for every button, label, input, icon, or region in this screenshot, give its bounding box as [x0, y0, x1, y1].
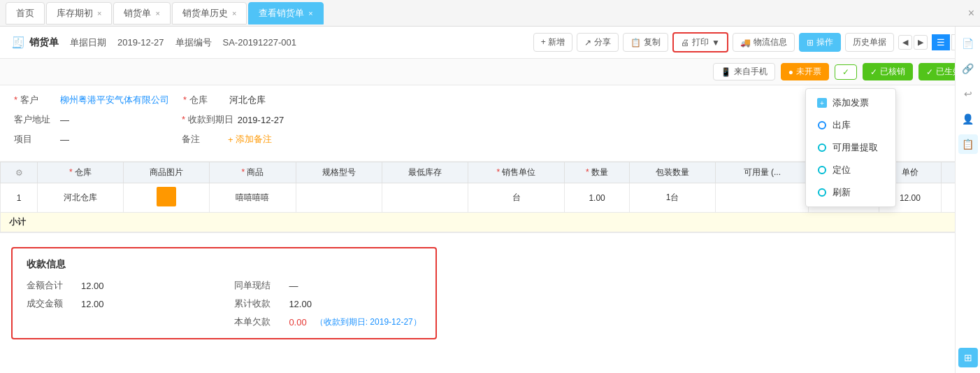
phone-icon: 📱	[721, 67, 731, 77]
subtotal-row: 小计	[1, 213, 980, 232]
cell-sales-unit: 台	[468, 183, 564, 213]
tab-home-label: 首页	[16, 7, 34, 20]
project-label: 项目	[14, 133, 56, 146]
col-available: 可用量 (...	[716, 162, 809, 183]
payment-cumulative-row: 累计收款 12.00	[234, 297, 421, 310]
customer-value[interactable]: 柳州粤港平安气体有限公司	[60, 94, 169, 106]
locate-icon	[817, 165, 827, 175]
note-field: 备注 + 添加备注	[182, 133, 336, 146]
main-content: 🧾 销货单 单据日期 2019-12-27 单据编号 SA-20191227-0…	[0, 27, 980, 373]
add-note-label: 添加备注	[236, 133, 272, 146]
sidebar-icon-link[interactable]: 🔗	[958, 59, 978, 78]
new-button[interactable]: + 新增	[533, 33, 572, 52]
payment-grid: 金额合计 12.00 同单现结 — 成交金额 12.00 累计收款 12.00	[27, 279, 421, 328]
tab-sales-history[interactable]: 销货单历史 ×	[172, 2, 247, 24]
copy-button[interactable]: 📋 复制	[623, 33, 668, 52]
print-button[interactable]: 🖨 打印 ▼	[672, 32, 728, 52]
sidebar-expand-button[interactable]: ⊞	[958, 348, 978, 367]
from-phone-label: 来自手机	[734, 66, 768, 78]
cancelled-button[interactable]: ✓ 已核销	[863, 63, 913, 80]
tab-inventory-init-close[interactable]: ×	[97, 9, 101, 17]
close-all-button[interactable]: ×	[968, 7, 974, 20]
payment-section: 收款信息 金额合计 12.00 同单现结 — 成交金额 12.00 累计收款 1…	[0, 233, 980, 353]
warehouse-label: 仓库	[183, 94, 225, 106]
sidebar-icon-doc[interactable]: 📄	[958, 34, 978, 53]
doc-title-icon: 🧾	[11, 36, 25, 49]
list-view-button[interactable]: ☰	[932, 34, 950, 50]
tab-view-sales-label: 查看销货单	[259, 7, 304, 20]
from-phone-button[interactable]: 📱 来自手机	[713, 63, 775, 80]
plus-icon: +	[228, 134, 233, 145]
share-button[interactable]: ↗ 分享	[577, 33, 619, 52]
logistics-button[interactable]: 🚚 物流信息	[733, 33, 795, 52]
payment-transaction-value: 12.00	[81, 299, 104, 309]
payment-total-row: 金额合计 12.00	[27, 279, 213, 292]
share-label: 分享	[594, 36, 611, 48]
payment-same-order-row: 同单现结 —	[234, 279, 421, 292]
print-label: 打印	[692, 36, 709, 48]
doc-title: 🧾 销货单	[11, 36, 59, 49]
customer-label: 客户	[14, 94, 56, 106]
outbound-icon	[817, 120, 827, 130]
dropdown-outbound[interactable]: 出库	[806, 114, 895, 136]
cell-product-img	[124, 183, 210, 213]
tab-sales-order-label: 销货单	[124, 7, 151, 20]
due-date-label: 收款到期日	[182, 113, 233, 126]
tab-sales-order[interactable]: 销货单 ×	[113, 2, 170, 24]
tab-bar: 首页 库存期初 × 销货单 × 销货单历史 × 查看销货单 × ×	[0, 0, 980, 27]
col-sales-unit: * 销售单位	[468, 162, 564, 183]
next-button[interactable]: ▶	[914, 35, 928, 50]
col-product: * 商品	[210, 162, 296, 183]
history-label: 历史单据	[853, 36, 886, 48]
cell-pack-qty: 1台	[630, 183, 716, 213]
gear-icon[interactable]: ⚙	[15, 168, 23, 178]
check-button[interactable]: ✓	[835, 64, 857, 80]
toolbar2: 📱 来自手机 ● 未开票 ✓ ✓ 已核销 ✓ 已生效	[0, 59, 980, 85]
address-value: —	[60, 115, 69, 125]
col-gear: ⚙	[1, 162, 38, 183]
cancelled-label: 已核销	[880, 66, 905, 78]
dropdown-add-invoice[interactable]: + 添加发票	[806, 92, 895, 114]
cell-num: 1	[1, 183, 38, 213]
add-invoice-icon: +	[817, 98, 827, 108]
payment-due-value: 0.00	[289, 317, 306, 328]
col-min-stock: 最低库存	[382, 162, 468, 183]
dropdown-available-qty[interactable]: 可用量提取	[806, 136, 895, 159]
history-button[interactable]: 历史单据	[845, 33, 894, 52]
payment-total-label: 金额合计	[27, 279, 75, 292]
payment-due-label: 本单欠款	[234, 316, 283, 328]
check3-icon: ✓	[926, 67, 933, 77]
tab-view-sales[interactable]: 查看销货单 ×	[248, 2, 323, 24]
col-product-img: 商品图片	[124, 162, 210, 183]
col-warehouse: * 仓库	[38, 162, 124, 183]
prev-button[interactable]: ◀	[898, 35, 912, 50]
add-note-button[interactable]: + 添加备注	[228, 133, 272, 146]
available-qty-icon	[817, 143, 827, 153]
tab-sales-history-close[interactable]: ×	[232, 9, 236, 17]
project-field: 项目 —	[14, 133, 168, 146]
payment-cumulative-label: 累计收款	[234, 297, 283, 310]
dropdown-locate[interactable]: 定位	[806, 159, 895, 181]
payment-due-row: 本单欠款 0.00 （收款到期日: 2019-12-27）	[234, 316, 421, 328]
dropdown-menu: + 添加发票 出库 可用量提取 定位 刷新	[805, 88, 896, 207]
sidebar-icon-user[interactable]: 👤	[958, 109, 978, 129]
not-opened-button[interactable]: ● 未开票	[781, 63, 829, 80]
warehouse-field: 仓库 河北仓库	[183, 94, 337, 106]
tab-view-sales-close[interactable]: ×	[308, 9, 312, 17]
doc-number-label: 单据编号	[175, 36, 212, 49]
cell-product: 嘻嘻嘻嘻	[210, 183, 296, 213]
tab-inventory-init[interactable]: 库存期初 ×	[46, 2, 112, 24]
dropdown-refresh[interactable]: 刷新	[806, 181, 895, 204]
refresh-label: 刷新	[833, 186, 851, 199]
refresh-icon	[817, 188, 827, 197]
tab-sales-order-close[interactable]: ×	[155, 9, 159, 17]
subtotal-label: 小计	[1, 213, 980, 232]
cell-qty: 1.00	[565, 183, 630, 213]
operation-button[interactable]: ⊞ 操作	[799, 33, 841, 52]
sidebar-icon-table[interactable]: 📋	[958, 134, 978, 154]
print-dropdown-arrow[interactable]: ▼	[712, 38, 720, 48]
due-date-value: 2019-12-27	[238, 115, 284, 125]
sidebar-icon-return[interactable]: ↩	[958, 84, 978, 104]
tab-home[interactable]: 首页	[6, 2, 45, 24]
project-value: —	[60, 134, 69, 145]
